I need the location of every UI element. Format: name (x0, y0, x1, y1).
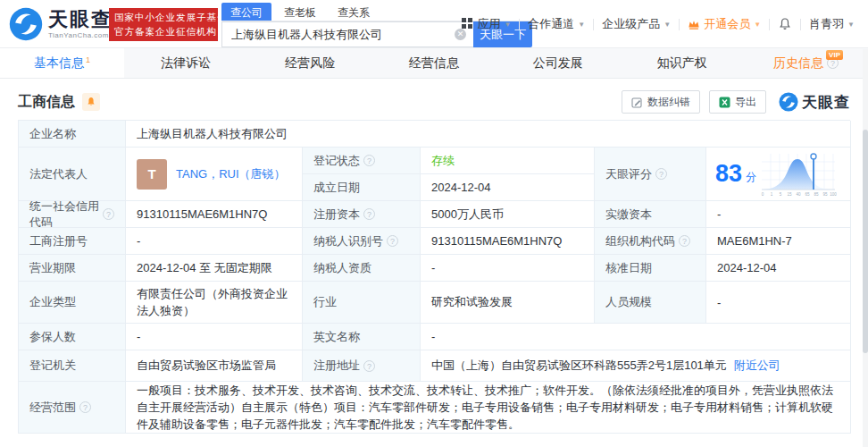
field-value-company-name: 上海纵目机器人科技有限公司 (126, 121, 851, 148)
help-icon[interactable]: ? (679, 235, 690, 247)
tianyancha-logo[interactable]: 天眼查 TianYanCha.com (9, 7, 113, 41)
field-label-insured-count: 参保人数 (19, 324, 126, 350)
legal-rep-avatar[interactable]: T (137, 159, 167, 190)
bell-icon (86, 97, 96, 107)
help-icon[interactable]: ? (103, 208, 114, 220)
help-icon[interactable]: ? (363, 155, 375, 166)
chevron-down-icon: ▼ (754, 21, 761, 29)
help-icon[interactable]: ? (363, 208, 375, 220)
tab-company-development[interactable]: 公司发展 (496, 48, 620, 78)
gov-badge-line1: 国家中小企业发展子基金旗下 (114, 11, 213, 25)
monitor-bell-badge[interactable] (82, 93, 100, 111)
help-icon[interactable]: ? (79, 401, 91, 413)
menu-apps[interactable]: 应用 ▼ (454, 16, 519, 32)
gov-badge-line2: 官方备案企业征信机构 (114, 25, 213, 39)
help-icon[interactable]: ? (655, 168, 667, 180)
field-label-org-code: 组织机构代码? (595, 228, 706, 255)
field-value-legal-rep: T TANG，RUI（唐锐） (126, 148, 303, 201)
field-label-reg-status: 登记状态? (303, 148, 421, 174)
legal-rep-link[interactable]: TANG，RUI（唐锐） (176, 166, 286, 182)
score-unit: 分 (746, 170, 756, 185)
field-value-reg-address: 中国（上海）自由贸易试验区环科路555弄2号1层101单元 附近公司 (421, 350, 851, 382)
field-label-reg-number: 工商注册号 (19, 228, 126, 255)
tab-business-risk[interactable]: 经营风险 (248, 48, 372, 78)
svg-text:1: 1 (771, 192, 773, 197)
data-correction-button[interactable]: 数据纠错 (622, 90, 700, 114)
field-label-company-type: 企业类型 (19, 282, 126, 324)
field-label-paid-capital: 实缴资本 (595, 201, 706, 228)
field-label-credit-code: 统一社会信用代码? (19, 201, 126, 228)
search-input[interactable] (221, 21, 473, 47)
field-value-paid-capital: - (706, 201, 851, 228)
chevron-down-icon: ▼ (578, 21, 585, 29)
tab-basic-info[interactable]: 基本信息 1 (0, 48, 124, 78)
field-label-company-name: 企业名称 (19, 121, 126, 148)
field-value-establish-date: 2024-12-04 (421, 174, 595, 201)
field-value-reg-number: - (126, 228, 303, 255)
field-value-industry: 研究和试验发展 (421, 282, 595, 324)
notification-bell[interactable] (770, 17, 800, 31)
tab-business-info[interactable]: 经营信息 (372, 48, 497, 78)
export-label: 导出 (735, 95, 756, 110)
field-value-credit-code: 91310115MAE6M1HN7Q (126, 201, 303, 228)
field-label-reg-authority: 登记机关 (19, 350, 126, 382)
tab-history-info[interactable]: VIP 历史信息 ? (744, 48, 868, 78)
svg-text:15: 15 (788, 192, 793, 197)
field-value-reg-authority: 自由贸易试验区市场监管局 (126, 350, 303, 382)
help-icon[interactable]: ? (363, 360, 375, 372)
chevron-down-icon: ▼ (847, 21, 855, 29)
menu-apps-label: 应用 (477, 16, 500, 32)
tab-basic-info-label: 基本信息 (34, 55, 84, 72)
menu-vip[interactable]: 开通会员 ▼ (680, 16, 769, 32)
field-label-business-term: 营业期限 (19, 255, 126, 282)
menu-enterprise-label: 企业级产品 (602, 16, 660, 32)
nearby-companies-link[interactable]: 附近公司 (734, 358, 780, 374)
help-icon[interactable]: ? (387, 235, 398, 247)
field-label-business-scope: 经营范围? (19, 382, 126, 434)
export-button[interactable]: 导出 (709, 90, 766, 114)
score-marker-pin (811, 154, 816, 159)
business-info-table: 企业名称 上海纵目机器人科技有限公司 法定代表人 T TANG，RUI（唐锐） … (18, 120, 850, 434)
tab-legal-litigation[interactable]: 法律诉讼 (124, 48, 248, 78)
field-label-staff-size: 人员规模 (595, 282, 706, 324)
reg-address-text: 中国（上海）自由贸易试验区环科路555弄2号1层101单元 (431, 358, 727, 374)
svg-text:40: 40 (797, 192, 802, 197)
search-tab-company[interactable]: 查公司 (221, 3, 271, 21)
section-title: 工商信息 (18, 93, 75, 112)
scrollbar-thumb[interactable] (863, 130, 868, 353)
apps-grid-icon (462, 18, 472, 31)
tab-label: 经营信息 (409, 55, 459, 72)
svg-text:85: 85 (814, 192, 820, 197)
chevron-down-icon: ▼ (504, 21, 511, 29)
svg-text:100: 100 (830, 192, 837, 197)
field-value-english-name: - (421, 324, 851, 350)
score-distribution-chart: 0 1 5 15 40 65 85 95 100 (760, 150, 837, 198)
svg-text:0: 0 (762, 192, 764, 197)
menu-enterprise[interactable]: 企业级产品 ▼ (594, 16, 679, 32)
tab-label: 历史信息 (773, 55, 823, 72)
tab-intellectual-property[interactable]: 知识产权 (620, 48, 744, 78)
field-value-taxpayer-id: 91310115MAE6M1HN7Q (421, 228, 595, 255)
field-value-business-scope: 一般项目：技术服务、技术开发、技术咨询、技术交流、技术转让、技术推广；软件开发。… (126, 382, 851, 434)
top-header: 天眼查 TianYanCha.com 国家中小企业发展子基金旗下 官方备案企业征… (0, 0, 868, 48)
field-label-approval-date: 核准日期 (595, 255, 706, 282)
field-label-legal-rep: 法定代表人 (19, 148, 126, 201)
data-correction-label: 数据纠错 (647, 95, 690, 110)
search-tab-boss[interactable]: 查老板 (275, 3, 325, 21)
field-label-english-name: 英文名称 (303, 324, 421, 350)
field-value-reg-capital: 5000万人民币 (421, 201, 595, 228)
top-menu: 应用 ▼ 合作通道 ▼ 企业级产品 ▼ 开通会员 ▼ (454, 0, 863, 48)
menu-partner[interactable]: 合作通道 ▼ (520, 16, 593, 32)
field-value-taxpayer-quality: - (421, 255, 595, 282)
field-value-org-code: MAE6M1HN-7 (706, 228, 851, 255)
tab-label: 法律诉讼 (161, 55, 211, 72)
field-label-score: 天眼评分? (595, 148, 706, 201)
chevron-down-icon: ▼ (664, 21, 671, 29)
page-scrollbar[interactable] (863, 49, 868, 447)
search-tab-relation[interactable]: 查关系 (329, 3, 379, 21)
username-label: 肖青羽 (809, 16, 844, 32)
menu-user[interactable]: 肖青羽 ▼ (801, 16, 863, 32)
tianyancha-logo-icon (9, 7, 43, 41)
logo-domain: TianYanCha.com (48, 32, 113, 39)
section-header: 工商信息 数据纠错 导出 天眼查 (18, 89, 850, 114)
